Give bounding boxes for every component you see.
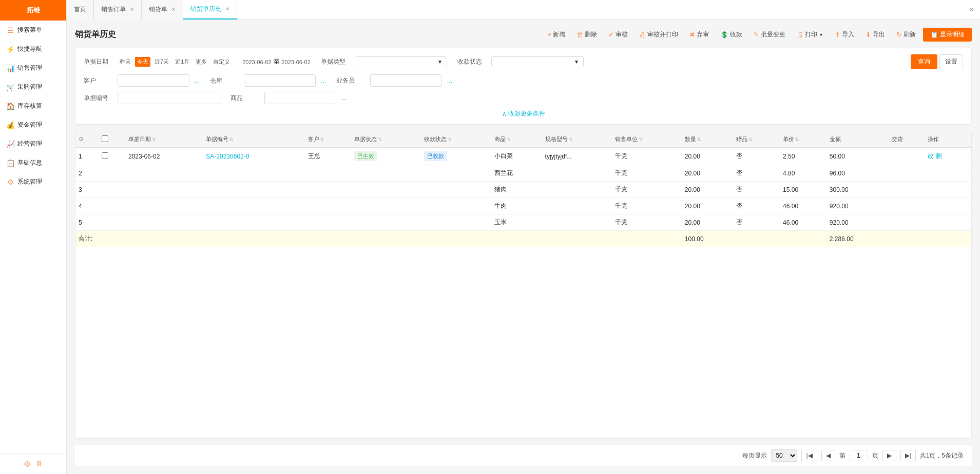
audit-print-label: 审核并打印	[647, 30, 678, 39]
shortcut-more[interactable]: 更多	[194, 57, 209, 67]
tab-home[interactable]: 首页	[67, 0, 94, 19]
shortcut-custom[interactable]: 自定义	[211, 57, 232, 67]
next-page-button[interactable]: ▶	[882, 450, 896, 461]
sidebar-item-basic-info[interactable]: 📋 基础信息	[0, 153, 66, 172]
settings-col-icon[interactable]: ⚙	[79, 136, 84, 142]
tab-sales-goods-close[interactable]: ✕	[171, 7, 176, 12]
show-detail-button[interactable]: 📋 显示明细	[923, 28, 972, 42]
export-button[interactable]: ⬇ 导出	[861, 28, 889, 41]
sys-mgmt-icon: ⚙	[6, 178, 14, 186]
customer-input[interactable]	[118, 74, 189, 87]
salesman-input[interactable]	[370, 74, 442, 87]
sidebar-item-quick-nav[interactable]: ⚡ 快捷导航	[0, 40, 66, 58]
query-button[interactable]: 查询	[911, 54, 937, 69]
collect-label: 收款	[730, 30, 742, 39]
close-all-tabs[interactable]: ✕	[963, 6, 980, 13]
warehouse-input[interactable]	[244, 74, 316, 87]
sidebar-item-sys-mgmt[interactable]: ⚙ 系统管理	[0, 172, 66, 191]
collapse-arrow-icon: ∧	[502, 110, 507, 117]
goods-dots[interactable]: ...	[341, 94, 347, 102]
prev-page-button[interactable]: ◀	[821, 450, 835, 461]
sort-doc-no[interactable]: 单据编号⇅	[206, 135, 234, 143]
cell-gift-0: 否	[733, 148, 780, 165]
cell-unit-price-4: 46.00	[780, 214, 827, 231]
doc-no-input[interactable]	[118, 92, 220, 104]
sort-unit-price[interactable]: 单价⇅	[783, 135, 799, 143]
sort-gift-icon: ⇅	[748, 137, 753, 142]
table-row: 3 猪肉 千克 20.00 否 15.00 300.00	[75, 182, 971, 198]
warehouse-dots[interactable]: ...	[321, 77, 326, 84]
collect-button[interactable]: 💲 收款	[716, 28, 746, 41]
tab-sales-order-close[interactable]: ✕	[130, 7, 134, 12]
th-checkbox[interactable]	[99, 131, 125, 148]
sidebar-item-label: 系统管理	[17, 177, 42, 186]
tab-bar: 首页 销售订单 ✕ 销货单 ✕ 销货单历史 ✕ ✕	[67, 0, 980, 19]
print-button[interactable]: 🖨 打印 ▼	[793, 28, 828, 41]
batch-change-button[interactable]: ✎ 批量变更	[750, 28, 790, 41]
cell-checkbox-4[interactable]	[99, 214, 125, 231]
collapse-filter-button[interactable]: ∧ 收起更多条件	[84, 109, 963, 118]
sort-sales-unit[interactable]: 销售单位⇅	[615, 135, 643, 143]
footer-empty3	[780, 231, 827, 247]
sort-doc-date[interactable]: 单据日期⇅	[128, 135, 156, 143]
abandon-button[interactable]: ✖ 弃审	[685, 28, 713, 41]
doc-type-select[interactable]: ▼	[355, 56, 447, 67]
filter-salesman: 业务员 ...	[336, 74, 452, 87]
row-checkbox[interactable]	[102, 152, 108, 159]
finance-mgmt-icon: 💰	[6, 121, 14, 129]
cell-checkbox-1[interactable]	[99, 165, 125, 182]
shortcut-1month[interactable]: 近1月	[173, 57, 191, 67]
sort-collect-status[interactable]: 收款状态⇅	[424, 135, 452, 143]
audit-button[interactable]: ✔ 审核	[604, 28, 632, 41]
shortcut-today[interactable]: 今天	[135, 57, 150, 67]
sort-goods[interactable]: 商品⇅	[494, 135, 511, 143]
cell-checkbox-0[interactable]	[99, 148, 125, 165]
customer-label: 客户	[84, 76, 114, 85]
first-page-button[interactable]: |◀	[801, 450, 817, 461]
tab-sales-history[interactable]: 销货单历史 ✕	[183, 0, 237, 19]
cell-checkbox-3[interactable]	[99, 198, 125, 214]
delete-button[interactable]: 🗑 删除	[572, 28, 601, 41]
cell-customer-1	[305, 165, 352, 182]
sidebar-item-label: 库存核算	[17, 102, 42, 110]
sort-customer[interactable]: 客户⇅	[308, 135, 324, 143]
sidebar-item-search-menu[interactable]: ☰ 搜索菜单	[0, 21, 66, 40]
sort-gift[interactable]: 赠品⇅	[736, 135, 753, 143]
salesman-dots[interactable]: ...	[447, 77, 452, 84]
page-suffix: 页	[872, 451, 878, 460]
doc-no-link[interactable]: SA-20230602-0	[206, 153, 249, 160]
sort-spec-type[interactable]: 规格型号⇅	[545, 135, 573, 143]
per-page-select[interactable]: 10 50 100	[771, 449, 797, 462]
edit-op-btn[interactable]: 改	[928, 152, 934, 160]
shortcut-7days[interactable]: 近7天	[152, 57, 171, 67]
sort-qty[interactable]: 数量⇅	[685, 135, 701, 143]
sidebar-item-purchase-mgmt[interactable]: 🛒 采购管理	[0, 77, 66, 96]
shortcut-yesterday[interactable]: 昨天	[118, 57, 133, 67]
settings-button[interactable]: 设置	[939, 54, 963, 69]
add-button[interactable]: + 新增	[543, 28, 569, 41]
sort-doc-status[interactable]: 单据状态⇅	[354, 135, 382, 143]
delete-op-btn[interactable]: 删	[936, 152, 942, 160]
sidebar-pause-icon[interactable]: ⏸	[35, 459, 43, 469]
tab-sales-order[interactable]: 销售订单 ✕	[94, 0, 142, 19]
sidebar-settings-icon[interactable]: ⚙	[24, 459, 31, 469]
refresh-button[interactable]: ↻ 刷新	[892, 28, 920, 41]
goods-input[interactable]	[264, 92, 336, 104]
sidebar-item-ops-mgmt[interactable]: 📈 经营管理	[0, 134, 66, 153]
sidebar-item-sales-mgmt[interactable]: 📊 销售管理	[0, 58, 66, 77]
collect-status-select[interactable]: ▼	[491, 56, 584, 67]
tab-sales-history-close[interactable]: ✕	[225, 6, 229, 12]
th-settings[interactable]: ⚙	[75, 131, 99, 148]
cell-checkbox-2[interactable]	[99, 182, 125, 198]
import-button[interactable]: ⬆ 导入	[831, 28, 858, 41]
select-all-checkbox[interactable]	[102, 135, 108, 142]
page-number-input[interactable]	[850, 450, 868, 461]
cell-unit-price-0: 2.50	[780, 148, 827, 165]
audit-print-button[interactable]: 🖨 审核并打印	[635, 28, 682, 41]
sidebar-item-inventory[interactable]: 🏠 库存核算	[0, 96, 66, 115]
last-page-button[interactable]: ▶|	[900, 450, 916, 461]
cell-doc-no-0[interactable]: SA-20230602-0	[203, 148, 304, 165]
customer-dots[interactable]: ...	[195, 77, 200, 84]
sidebar-item-finance-mgmt[interactable]: 💰 资金管理	[0, 115, 66, 134]
tab-sales-goods[interactable]: 销货单 ✕	[142, 0, 183, 19]
